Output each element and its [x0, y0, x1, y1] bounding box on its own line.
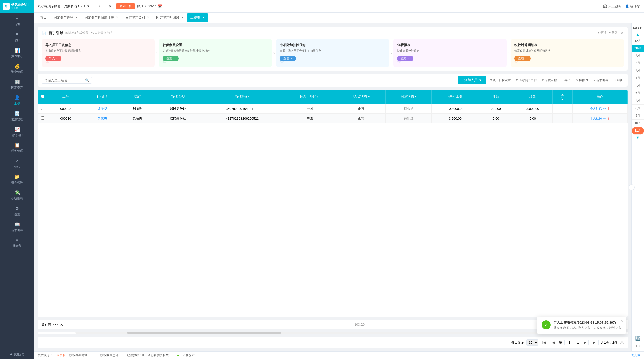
- right-panel-month-2[interactable]: 2月: [632, 59, 644, 67]
- right-panel-up[interactable]: ▲: [636, 31, 640, 37]
- next-page-btn[interactable]: ▶: [582, 340, 589, 345]
- sidebar-item-home[interactable]: ⌂ 首页: [0, 14, 34, 29]
- row1-edit-btn[interactable]: ✏: [603, 107, 606, 110]
- tab-salary[interactable]: 工资表 ✕: [187, 13, 208, 22]
- scroll-track[interactable]: [75, 332, 590, 334]
- sidebar-item-settings[interactable]: ⚙ 设置: [0, 203, 34, 219]
- wizard-step-2: 社保参数设置 完成社保参数设置自动计算社保公积金 设置＞ 2: [159, 39, 272, 67]
- tab-fixed-asset-mgmt[interactable]: 固定资产管理 ✕: [50, 13, 81, 22]
- right-panel-icon1[interactable]: 🔄: [634, 334, 642, 342]
- add-account-btn[interactable]: +: [96, 4, 103, 9]
- sidebar-item-salary-label: 工资: [14, 101, 20, 106]
- right-panel-icon2[interactable]: ⚙: [634, 342, 642, 350]
- tab-asset-detail-close[interactable]: ✕: [181, 16, 183, 19]
- add-btn-arrow: ▼: [479, 78, 482, 82]
- row2-select[interactable]: [41, 116, 44, 120]
- scroll-thumb[interactable]: [127, 332, 281, 334]
- sidebar-item-report[interactable]: 📊 报表中心: [0, 45, 34, 61]
- sidebar-item-expense[interactable]: 💸 小畅报销: [0, 187, 34, 203]
- version-switch-btn[interactable]: 切到旧版: [116, 3, 135, 9]
- right-panel-month-12[interactable]: 12月: [632, 37, 644, 45]
- sidebar-item-salary[interactable]: 👤 工资: [0, 92, 34, 108]
- row2-report-status: 待报送: [386, 114, 432, 123]
- row2-total: [552, 114, 572, 123]
- row1-checkbox[interactable]: [38, 104, 48, 114]
- guide-btn[interactable]: ? 新手引导: [592, 77, 610, 84]
- first-page-btn[interactable]: |◀: [540, 340, 548, 345]
- right-panel-year-2023[interactable]: 2023: [632, 45, 644, 52]
- settings-btn[interactable]: ⚙: [106, 4, 114, 9]
- wizard-close-btn[interactable]: ✕: [621, 31, 624, 35]
- sidebar-item-invoice[interactable]: 🧾 发票管理: [0, 108, 34, 124]
- wizard-video-btn[interactable]: ● 视频: [598, 31, 607, 35]
- right-panel-month-5[interactable]: 5月: [632, 82, 644, 89]
- row2-social-ins-link[interactable]: 个人社保: [590, 116, 602, 121]
- table-header-performance: 绩效: [513, 90, 553, 104]
- right-panel-month-8[interactable]: 8月: [632, 105, 644, 112]
- sidebar-item-home-label: 首页: [14, 23, 20, 27]
- right-panel-month-9[interactable]: 9月: [632, 112, 644, 120]
- sidebar-item-finance[interactable]: 💰 资金管理: [0, 61, 34, 77]
- wizard-help-btn[interactable]: ● 帮助: [609, 31, 618, 35]
- sidebar-unpin-btn[interactable]: ◀ 取消固定: [0, 350, 34, 359]
- last-page-btn[interactable]: ▶|: [591, 340, 598, 345]
- app-name: 畅捷通好会计: [11, 3, 29, 6]
- right-panel-month-7[interactable]: 7月: [632, 97, 644, 105]
- toast-close-btn[interactable]: ✕: [621, 319, 624, 323]
- service-btn[interactable]: 🎧 人工咨询: [603, 4, 621, 9]
- sidebar-item-tax[interactable]: 📋 税务管理: [0, 140, 34, 156]
- operation-btn[interactable]: ⚙ 操作 ▼: [574, 77, 590, 84]
- sidebar-item-sales[interactable]: 📈 进销台账: [0, 124, 34, 140]
- sidebar-item-archive[interactable]: 📁 归档管理: [0, 172, 34, 187]
- wizard-subtitle: 5步快速完成设置，快去完善信息吧~: [65, 31, 114, 35]
- sidebar-item-fixed-asset[interactable]: 🏢 固定资产: [0, 77, 34, 92]
- search-wrap[interactable]: 🔍: [42, 77, 92, 84]
- tab-home[interactable]: 首页: [36, 13, 50, 22]
- tab-asset-detail[interactable]: 固定资产明细账 ✕: [153, 13, 187, 22]
- select-all-checkbox[interactable]: [41, 95, 44, 98]
- sidebar-item-guide[interactable]: 📖 新手引导: [0, 219, 34, 235]
- sidebar-item-ledger[interactable]: ≡ 总账: [0, 29, 34, 45]
- per-page-select[interactable]: 10 20 50: [526, 339, 538, 346]
- refresh-btn[interactable]: ↺ 刷新: [612, 77, 624, 84]
- right-panel-month-3[interactable]: 3月: [632, 67, 644, 74]
- tab-depreciation[interactable]: 固定资产折旧统计表 ✕: [81, 13, 122, 22]
- row2-allowance: 0.00: [479, 114, 513, 123]
- tab-asset-category-close[interactable]: ✕: [147, 16, 149, 19]
- table-header-base-salary: *基本工资: [432, 90, 479, 104]
- row1-delete-btn[interactable]: 🗑: [607, 107, 610, 110]
- social-insurance-btn[interactable]: ⊕ 统一社保设置: [488, 77, 512, 84]
- tab-salary-close[interactable]: ✕: [202, 16, 205, 19]
- tab-depreciation-close[interactable]: ✕: [116, 16, 118, 19]
- sidebar-item-vip[interactable]: V 畅会员: [0, 235, 34, 250]
- period-selector[interactable]: 账期 2023-11 📅: [137, 4, 162, 9]
- tax-report-btn[interactable]: □ 个税申报: [541, 77, 558, 84]
- add-employee-btn[interactable]: + 添加人员 ▼: [458, 76, 486, 84]
- account-dropdown-icon: ▼: [87, 4, 90, 8]
- search-input[interactable]: [44, 78, 84, 82]
- row2-checkbox[interactable]: [38, 114, 48, 123]
- sidebar-item-tax-label: 税务管理: [11, 149, 23, 153]
- row2-edit-btn[interactable]: ✏: [603, 117, 606, 120]
- tab-asset-category[interactable]: 固定资产类别 ✕: [122, 13, 153, 22]
- row1-select[interactable]: [41, 107, 44, 110]
- right-panel-month-1[interactable]: 1月: [632, 52, 644, 59]
- row2-delete-btn[interactable]: 🗑: [607, 117, 610, 120]
- wizard-step-3-desc: 查看、导入员工专项附加扣除信息: [280, 49, 385, 53]
- goto-btn[interactable]: 去充值: [631, 353, 640, 357]
- right-panel-month-11[interactable]: 11月: [632, 127, 644, 135]
- sidebar-item-settle[interactable]: ✓ 结账: [0, 156, 34, 172]
- row1-social-ins-link[interactable]: 个人社保: [590, 107, 602, 111]
- right-panel-month-4[interactable]: 4月: [632, 74, 644, 82]
- special-deduction-btn[interactable]: ⊕ 专项附加扣除: [515, 77, 539, 84]
- prev-page-btn[interactable]: ◀: [550, 340, 557, 345]
- right-panel-month-6[interactable]: 6月: [632, 89, 644, 97]
- tab-fixed-asset-mgmt-close[interactable]: ✕: [75, 16, 77, 19]
- table-header-checkbox[interactable]: [38, 90, 48, 104]
- right-panel-down[interactable]: ▼: [636, 135, 640, 141]
- page-input[interactable]: [564, 340, 574, 345]
- export-btn[interactable]: ↑ 导出: [561, 77, 572, 84]
- right-panel-collapse-btn[interactable]: ›: [629, 184, 635, 190]
- account-selector[interactable]: 刘小艳演示账套（勿删勿动！）1 ▼: [38, 4, 90, 9]
- right-panel-month-10[interactable]: 10月: [632, 120, 644, 127]
